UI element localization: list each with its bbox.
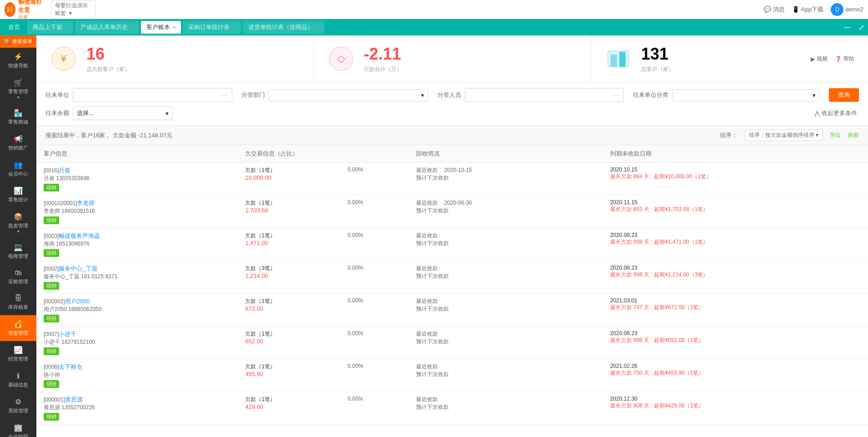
sort-select[interactable]: 排序：按欠款金额倒序排序 ▾ bbox=[745, 130, 823, 141]
amount-value: 455.90 bbox=[245, 371, 333, 377]
debt-count-cell: 欠款（1笔） 1,703.68 bbox=[238, 196, 340, 228]
customer-info-cell: [0001020001]李老师 李老师 18600391516 现销 bbox=[36, 196, 238, 228]
sidebar-item-inventory[interactable]: 🗄 库存核算 bbox=[0, 290, 36, 315]
customer-name-link[interactable]: 服务中心_丁磊 bbox=[59, 265, 97, 272]
tabs-bar: 首页 商品上下架 × 产成品入库单历史 × 客户账本 × 采购订单统计表 × 进… bbox=[0, 19, 868, 35]
overdue-days: 最长欠款 808 天 bbox=[610, 402, 652, 409]
sidebar-item-retail-stats[interactable]: 📊 零售统计 bbox=[0, 182, 36, 208]
help-btn[interactable]: ❓ 帮助 bbox=[835, 55, 854, 63]
sidebar-item-retail-mgmt[interactable]: 🛒 零售管理 ▾ bbox=[0, 74, 36, 104]
tab-maximize-btn[interactable]: ⤢ bbox=[857, 23, 866, 32]
tab-close-instock-stats[interactable]: × bbox=[316, 25, 319, 30]
customer-name-link[interactable]: 李老师 bbox=[77, 200, 95, 206]
tab-products-onoff[interactable]: 商品上下架 × bbox=[27, 21, 73, 34]
recovery-detail-cell bbox=[570, 294, 603, 326]
manager-input[interactable]: ··· bbox=[465, 88, 624, 102]
balance-select[interactable]: 选择... ▾ bbox=[73, 106, 173, 120]
customer-tag: 现销 bbox=[44, 216, 59, 224]
sidebar-item-retail-mall[interactable]: 🏪 零售商城 bbox=[0, 104, 36, 130]
stat-label-amount: 欠款合计（万） bbox=[364, 65, 402, 73]
tab-instock-stats[interactable]: 进货单统计表（按商品） × bbox=[243, 21, 324, 34]
sidebar-item-batch-mgmt[interactable]: 📦 批发管理 ▾ bbox=[0, 208, 36, 238]
debt-count-cell: 欠款（1笔） 10,000.00 bbox=[238, 163, 340, 196]
customer-name-link[interactable]: 吕俊 bbox=[59, 167, 70, 174]
user-profile[interactable]: D demo2 bbox=[831, 3, 863, 16]
source-unit-input[interactable]: ··· bbox=[73, 88, 232, 102]
overdue-amount[interactable]: 超期¥1,214.00（3笔） bbox=[654, 271, 708, 278]
message-btn[interactable]: 💬 消息 bbox=[764, 5, 785, 14]
tab-purchase-order[interactable]: 采购订单统计表 × bbox=[183, 21, 241, 34]
unit-type-select[interactable]: ▾ bbox=[672, 89, 820, 101]
logo-area: 好 畅捷通好生意 示意 母婴行业演示账套 ▾ bbox=[5, 0, 95, 21]
amount-count: 欠款（3笔） bbox=[245, 265, 333, 272]
chevron-down-icon: ▾ bbox=[421, 92, 424, 99]
amount-value: 672.00 bbox=[245, 305, 333, 312]
customer-name-link[interactable]: 畅捷服务尹海蕊 bbox=[59, 232, 100, 239]
sidebar-item-operations[interactable]: 📈 经营管理 bbox=[0, 341, 36, 367]
tab-home[interactable]: 首页 bbox=[3, 21, 25, 34]
recovery-recent-cell: 最近收款 预计下次收款 bbox=[409, 228, 569, 261]
customer-name-link[interactable]: 黄思源 bbox=[65, 396, 83, 403]
customer-phone: 李老师 18600391516 bbox=[44, 207, 231, 215]
sidebar-item-ecommerce[interactable]: 💻 电商管理 bbox=[0, 238, 36, 264]
customer-id: [0016] bbox=[44, 167, 59, 174]
tab-product-instock[interactable]: 产成品入库单历史 × bbox=[75, 21, 139, 34]
sidebar-item-basic-info[interactable]: ℹ 基础信息 bbox=[0, 367, 36, 393]
tab-customer-account[interactable]: 客户账本 × bbox=[141, 21, 181, 34]
tab-minimize-btn[interactable]: — bbox=[842, 23, 853, 31]
export-btn[interactable]: 导出 bbox=[830, 131, 841, 139]
sidebar-item-enterprise[interactable]: 🏢 企业协同 bbox=[0, 419, 36, 437]
customer-tag: 现销 bbox=[44, 315, 59, 322]
store-selector[interactable]: 母婴行业演示账套 ▾ bbox=[51, 0, 95, 19]
customer-name-link[interactable]: 用户2050 bbox=[65, 298, 90, 305]
app-download-btn[interactable]: 📱 App下载 bbox=[792, 5, 823, 14]
collapse-btn[interactable]: ⋀ 收起更多条件 bbox=[813, 107, 859, 119]
video-btn[interactable]: ▶ 视频 bbox=[811, 55, 828, 63]
customer-name-link[interactable]: 去下粮仓 bbox=[59, 363, 82, 370]
stat-label-customers: 总欠款客户（家） bbox=[86, 65, 130, 73]
mall-icon: 🏪 bbox=[14, 109, 23, 117]
customer-id: [0006] bbox=[44, 364, 59, 370]
batch-mgmt-icon: 📦 bbox=[14, 212, 23, 221]
customer-name-link[interactable]: 小进千 bbox=[59, 331, 76, 337]
sidebar-item-quick-nav[interactable]: ⚡ 快捷导航 bbox=[0, 48, 36, 74]
stat-card-amount-info: -2.11 欠款合计（万） bbox=[364, 45, 402, 73]
tab-close-products[interactable]: × bbox=[65, 25, 68, 30]
tab-close-instock[interactable]: × bbox=[130, 25, 133, 30]
tab-close-purchase[interactable]: × bbox=[232, 25, 235, 30]
sidebar-item-member[interactable]: 👥 会员中心 bbox=[0, 156, 36, 182]
table-row: [0007]小进千 小进千 18279152100 现销 欠款（1笔） 652.… bbox=[36, 326, 868, 359]
tabs-right: — ⤢ bbox=[842, 23, 866, 32]
overdue-amount[interactable]: 超期¥1,471.00（1笔） bbox=[654, 239, 708, 245]
overdue-amount[interactable]: 超期¥652.00（1笔） bbox=[654, 337, 704, 343]
sidebar-item-marketing[interactable]: 📢 营销推广 bbox=[0, 130, 36, 156]
filter-area: 往来单位 ··· 分管部门 ▾ 分管人员 bbox=[36, 83, 868, 126]
chevron-down-icon2: ▾ bbox=[813, 92, 816, 99]
next-label: 预计下次收款 bbox=[416, 305, 562, 313]
overdue-amount[interactable]: 超期¥1,703.68（1笔） bbox=[654, 206, 708, 212]
recovery-detail-cell bbox=[570, 163, 603, 196]
overdue-cell: 2020.06.23 最长欠款 998 天 超期¥652.00（1笔） bbox=[603, 326, 868, 359]
tab-close-customer[interactable]: × bbox=[173, 25, 176, 30]
overdue-amount[interactable]: 超期¥10,000.00（1笔） bbox=[654, 173, 712, 180]
sidebar-item-system[interactable]: ⚙ 系统管理 bbox=[0, 393, 36, 419]
customer-phone: 黄思源 13552700226 bbox=[44, 404, 231, 412]
results-right: 排序： 排序：按欠款金额倒序排序 ▾ 导出 刷新 bbox=[720, 130, 859, 141]
customer-table: 客户信息 欠交易信息（占比） 回收情况 到期未收款日期 [0016]吕俊 吕俊 … bbox=[36, 145, 868, 425]
search-button[interactable]: 查询 bbox=[829, 88, 859, 102]
refresh-btn[interactable]: 刷新 bbox=[848, 131, 859, 139]
overdue-amount[interactable]: 超期¥455.90（1笔） bbox=[654, 370, 704, 376]
overdue-date: 2020.12.30 bbox=[610, 396, 861, 402]
overdue-date: 2020.06.23 bbox=[610, 330, 861, 337]
sidebar-item-purchase[interactable]: 🛍 采购管理 bbox=[0, 264, 36, 290]
overdue-date: 2020.11.15 bbox=[610, 199, 861, 206]
department-select[interactable]: ▾ bbox=[269, 89, 428, 101]
top-right: 💬 消息 📱 App下载 D demo2 bbox=[764, 3, 863, 16]
manager-dots: ··· bbox=[614, 91, 620, 99]
stat-label-total: 总客户（家） bbox=[641, 65, 674, 73]
search-menu-btn[interactable]: 🔍 搜索菜单 bbox=[0, 35, 36, 48]
inventory-icon: 🗄 bbox=[15, 294, 22, 302]
overdue-amount[interactable]: 超期¥672.00（1笔） bbox=[654, 304, 704, 311]
sidebar-item-finance[interactable]: 💰 资金管理 bbox=[0, 315, 36, 341]
overdue-amount[interactable]: 超期¥429.00（1笔） bbox=[654, 402, 704, 409]
